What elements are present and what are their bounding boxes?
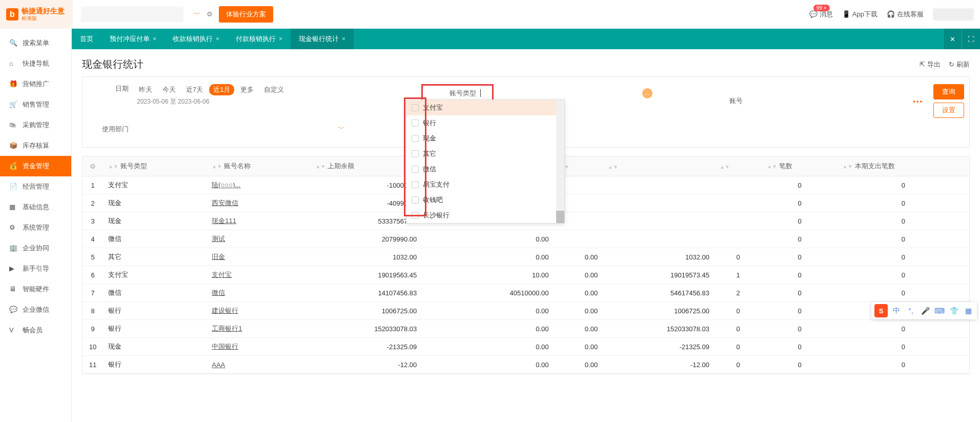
dropdown-item-易宝支付[interactable]: 易宝支付 [406, 177, 564, 192]
tab-首页[interactable]: 首页 [72, 29, 101, 49]
account-link[interactable]: AAA [212, 361, 225, 369]
dropdown-item-收钱吧[interactable]: 收钱吧 [406, 192, 564, 208]
sort-icon[interactable]: ▲▼ [843, 164, 853, 169]
account-link[interactable]: 西安微信 [212, 199, 238, 207]
refresh-button[interactable]: ↻ 刷新 [949, 60, 970, 69]
date-chip-近1月[interactable]: 近1月 [209, 84, 234, 95]
checkbox[interactable] [412, 196, 419, 204]
dropdown-item-支付宝[interactable]: 支付宝 [406, 100, 564, 115]
th-6[interactable]: ▲▼ [603, 156, 714, 176]
cell-c3 [714, 212, 762, 230]
ime-punct-icon[interactable]: °, [905, 305, 916, 316]
sort-icon[interactable]: ▲▼ [212, 164, 222, 169]
gear-icon[interactable]: ⚙ [90, 163, 96, 170]
app-download-link[interactable]: 📱 App下载 [842, 10, 877, 19]
gear-icon[interactable]: ⚙ [207, 10, 213, 18]
app-download-label: App下载 [852, 10, 877, 19]
th-3[interactable]: ▲▼上期余额 [311, 156, 422, 176]
sidebar-item-wechat[interactable]: 💬企业微信 [0, 299, 71, 320]
ime-logo-icon[interactable]: S [874, 304, 888, 317]
close-icon[interactable]: × [153, 35, 156, 43]
sort-icon[interactable]: ▲▼ [720, 164, 730, 170]
th-2[interactable]: ▲▼账号名称 [207, 156, 310, 176]
close-icon[interactable]: × [279, 35, 282, 43]
collapse-icon[interactable]: ︿ [642, 88, 652, 98]
sidebar-item-sys[interactable]: ⚙系统管理 [0, 217, 71, 238]
cell-c2: 1006725.00 [603, 302, 714, 320]
account-link[interactable]: 测试 [212, 235, 225, 243]
sidebar-item-box[interactable]: 📦库存核算 [0, 135, 71, 156]
more-dots[interactable]: ••• [913, 97, 923, 105]
ime-keyboard-icon[interactable]: ⌨ [934, 305, 945, 316]
close-tab-button[interactable]: ✕ [943, 29, 962, 49]
checkbox[interactable] [412, 119, 419, 127]
dropdown-item-其它[interactable]: 其它 [406, 146, 564, 162]
date-chip-近7天[interactable]: 近7天 [182, 84, 207, 95]
tab-付款核销执行[interactable]: 付款核销执行× [228, 29, 291, 49]
checkbox[interactable] [412, 212, 419, 219]
date-chip-今天[interactable]: 今天 [158, 84, 180, 95]
industry-plan-button[interactable]: 体验行业方案 [219, 6, 273, 23]
online-service-link[interactable]: 🎧 在线客服 [887, 10, 924, 19]
query-button[interactable]: 查询 [933, 84, 964, 99]
ime-grid-icon[interactable]: ▦ [963, 305, 974, 316]
sidebar-item-wallet[interactable]: 💰资金管理 [0, 156, 71, 176]
sort-icon[interactable]: ▲▼ [608, 164, 618, 170]
th-7[interactable]: ▲▼ [714, 156, 762, 176]
sidebar-item-vip[interactable]: V畅会员 [0, 320, 71, 340]
th-1[interactable]: ▲▼账号类型 [103, 156, 207, 176]
close-icon[interactable]: × [216, 35, 219, 43]
sort-icon[interactable]: ▲▼ [108, 164, 118, 169]
sidebar-item-bag[interactable]: 🛍采购管理 [0, 115, 71, 135]
sidebar-item-hw[interactable]: 🖥智能硬件 [0, 279, 71, 299]
checkbox[interactable] [412, 104, 419, 111]
ime-mic-icon[interactable]: 🎤 [920, 305, 931, 316]
account-link[interactable]: 现金111 [212, 217, 236, 225]
sidebar-item-grid[interactable]: ▦基础信息 [0, 197, 71, 217]
export-button[interactable]: ⇱ 导出 [920, 60, 941, 69]
account-link[interactable]: 支付宝 [212, 271, 232, 278]
dropdown-item-长沙银行[interactable]: 长沙银行 [406, 208, 564, 223]
th-0[interactable]: ⚙ [83, 156, 103, 176]
settings-button[interactable]: 设置 [933, 103, 964, 118]
sidebar-item-doc[interactable]: 📄经营管理 [0, 176, 71, 197]
tab-收款核销执行[interactable]: 收款核销执行× [165, 29, 228, 49]
dropdown-item-微信[interactable]: 微信 [406, 162, 564, 177]
tab-现金银行统计[interactable]: 现金银行统计× [291, 29, 354, 49]
dept-select[interactable]: ﹀ [135, 124, 345, 134]
sidebar-item-home[interactable]: ⌂快捷导航 [0, 53, 71, 74]
chevron-down-icon[interactable]: ﹀ [194, 10, 200, 19]
tab-预付冲应付单[interactable]: 预付冲应付单× [101, 29, 165, 49]
sidebar-item-guide[interactable]: ▶新手引导 [0, 258, 71, 279]
account-link[interactable]: 旧金 [212, 253, 225, 260]
dropdown-item-银行[interactable]: 银行 [406, 115, 564, 131]
date-chip-更多[interactable]: 更多 [236, 84, 258, 95]
ime-skin-icon[interactable]: 👕 [948, 305, 959, 316]
scrollbar-thumb[interactable] [556, 211, 564, 223]
messages-link[interactable]: 💬 消息 99 + [809, 10, 833, 19]
sidebar-item-gift[interactable]: 🎁营销推广 [0, 74, 71, 94]
date-chip-自定义[interactable]: 自定义 [260, 84, 288, 95]
sort-icon[interactable]: ▲▼ [767, 164, 777, 169]
account-link[interactable]: 陆(○○○)... [212, 181, 240, 189]
account-link[interactable]: 建设银行 [212, 307, 238, 314]
th-9[interactable]: ▲▼本期支出笔数 [838, 156, 969, 176]
sort-icon[interactable]: ▲▼ [316, 164, 326, 169]
th-8[interactable]: ▲▼笔数 [762, 156, 837, 176]
account-link[interactable]: 中国银行 [212, 343, 238, 350]
sidebar-item-search[interactable]: 🔍搜索菜单 [0, 33, 71, 53]
checkbox[interactable] [412, 181, 419, 188]
checkbox[interactable] [412, 135, 419, 142]
expand-button[interactable]: ⛶ [962, 29, 980, 49]
checkbox[interactable] [412, 166, 419, 173]
checkbox[interactable] [412, 150, 419, 157]
sidebar-item-team[interactable]: 🏢企业协同 [0, 238, 71, 258]
sidebar-item-cart[interactable]: 🛒销售管理 [0, 94, 71, 115]
dropdown-scrollbar[interactable] [556, 100, 564, 223]
account-link[interactable]: 工商银行1 [212, 325, 242, 332]
close-icon[interactable]: × [342, 35, 345, 43]
ime-lang[interactable]: 中 [891, 305, 902, 316]
account-link[interactable]: 微信 [212, 289, 225, 296]
date-chip-昨天[interactable]: 昨天 [135, 84, 156, 95]
dropdown-item-现金[interactable]: 现金 [406, 131, 564, 146]
